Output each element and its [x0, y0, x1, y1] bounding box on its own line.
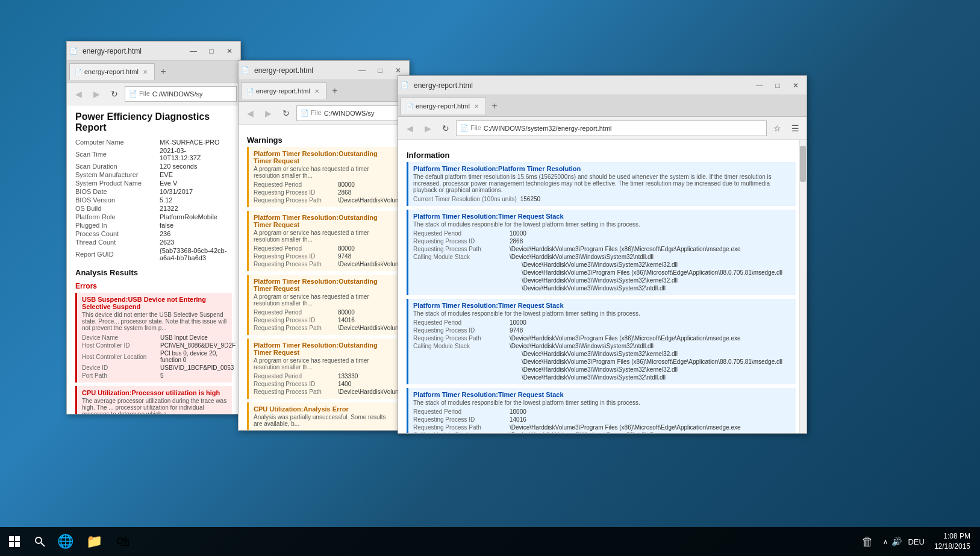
info-item-3-4: Platform Timer Resolution:Timer Request … — [407, 388, 796, 433]
refresh-btn-2[interactable]: ↻ — [278, 105, 294, 121]
minimize-btn-1[interactable]: — — [185, 43, 202, 60]
edge-taskbar-icon[interactable]: 🌐 — [51, 527, 80, 556]
forward-btn-1[interactable]: ▶ — [89, 86, 104, 102]
tab-2[interactable]: 📄 energy-report.html ✕ — [241, 83, 326, 99]
report-wrapper-3: Information Platform Timer Resolution:Pl… — [398, 140, 807, 433]
minimize-btn-2[interactable]: — — [354, 62, 370, 79]
info-item-3-3: Platform Timer Resolution:Timer Request … — [407, 299, 796, 384]
titlebar-3: 📄 energy-report.html — □ ✕ — [398, 76, 807, 95]
tab-bar-3: 📄 energy-report.html ✕ + — [398, 95, 807, 117]
volume-icon[interactable]: 🔊 — [891, 537, 902, 546]
refresh-btn-3[interactable]: ↻ — [438, 120, 454, 136]
svg-rect-0 — [9, 536, 14, 541]
errors-header: Errors — [75, 282, 232, 290]
tab-bar-1: 📄 energy-report.html ✕ + — [67, 61, 240, 83]
file-icon-3: 📄 File — [460, 124, 481, 132]
explorer-taskbar-icon[interactable]: 📁 — [80, 527, 108, 556]
window1-title: energy-report.html — [80, 47, 185, 55]
warning-item-5: CPU Utilization:Analysis Error Analysis … — [247, 402, 401, 430]
report1-title: Power Efficiency Diagnostics Report — [75, 111, 232, 133]
hub-btn-3[interactable]: ☰ — [787, 120, 803, 136]
file-icon-1: 📄 File — [129, 90, 150, 98]
systray: ∧ 🔊 DEU — [878, 537, 929, 546]
tab-close-2[interactable]: ✕ — [313, 87, 321, 95]
window2-title: energy-report.html — [252, 66, 354, 75]
tab-1[interactable]: 📄 energy-report.html ✕ — [69, 63, 155, 80]
warning-item-4: Platform Timer Resolution:Outstanding Ti… — [247, 339, 401, 399]
taskbar: 🌐 📁 🛍 🗑 ∧ 🔊 DEU 1:08 PM 12/18/2015 — [0, 527, 980, 556]
scrollbar-thumb-3[interactable] — [800, 146, 806, 182]
window2-content: Warnings Platform Timer Resolution:Outst… — [239, 125, 409, 430]
browser-window-1: 📄 energy-report.html — □ ✕ 📄 energy-repo… — [66, 41, 241, 414]
desktop: 📄 energy-report.html — □ ✕ 📄 energy-repo… — [0, 0, 980, 556]
svg-rect-3 — [15, 542, 20, 547]
back-btn-1[interactable]: ◀ — [70, 86, 86, 102]
maximize-btn-1[interactable]: □ — [203, 43, 220, 60]
file-icon-2: 📄 File — [301, 109, 322, 117]
new-tab-btn-2[interactable]: + — [326, 83, 343, 99]
address-input-3[interactable]: 📄 File C:/WINDOWS/system32/energy-report… — [456, 120, 767, 136]
favorites-btn-3[interactable]: ☆ — [769, 120, 785, 136]
report-2: Warnings Platform Timer Resolution:Outst… — [239, 125, 409, 430]
maximize-btn-2[interactable]: □ — [372, 62, 389, 79]
window3-title: energy-report.html — [411, 81, 751, 90]
clock-date: 12/18/2015 — [934, 542, 970, 552]
analysis-header: Analysis Results — [75, 268, 232, 277]
svg-rect-1 — [15, 536, 20, 541]
new-tab-btn-3[interactable]: + — [486, 98, 503, 114]
address-bar-1: ◀ ▶ ↻ 📄 File C:/WINDOWS/sy — [67, 83, 240, 105]
close-btn-3[interactable]: ✕ — [787, 77, 804, 94]
window1-content: Power Efficiency Diagnostics Report Comp… — [67, 105, 240, 414]
forward-btn-3[interactable]: ▶ — [420, 120, 435, 136]
start-button[interactable] — [0, 527, 29, 556]
warnings-header: Warnings — [247, 136, 401, 145]
error-item-2: CPU Utilization:Processor utilization is… — [75, 386, 232, 414]
window3-content: Information Platform Timer Resolution:Pl… — [398, 140, 807, 433]
report1-meta: Computer NameMK-SURFACE-PRO Scan Time202… — [75, 138, 232, 262]
refresh-btn-1[interactable]: ↻ — [107, 86, 122, 102]
svg-rect-2 — [9, 542, 14, 547]
svg-line-5 — [41, 543, 45, 546]
maximize-btn-3[interactable]: □ — [769, 77, 786, 94]
clock[interactable]: 1:08 PM 12/18/2015 — [929, 531, 975, 552]
error-item-1: USB Suspend:USB Device not Entering Sele… — [75, 293, 232, 383]
address-bar-3: ◀ ▶ ↻ 📄 File C:/WINDOWS/system32/energy-… — [398, 117, 807, 140]
window3-controls: — □ ✕ — [751, 77, 804, 94]
clock-time: 1:08 PM — [934, 531, 970, 542]
report-1: Power Efficiency Diagnostics Report Comp… — [67, 105, 240, 414]
back-btn-3[interactable]: ◀ — [402, 120, 417, 136]
language-indicator[interactable]: DEU — [908, 537, 924, 546]
warning-item-3: Platform Timer Resolution:Outstanding Ti… — [247, 275, 401, 335]
titlebar-1: 📄 energy-report.html — □ ✕ — [67, 42, 240, 61]
report-3: Information Platform Timer Resolution:Pl… — [398, 140, 807, 433]
tab-close-1[interactable]: ✕ — [141, 68, 149, 76]
titlebar-2: 📄 energy-report.html — □ ✕ — [239, 61, 409, 80]
address-input-2[interactable]: 📄 File C:/WINDOWS/sy — [296, 105, 405, 121]
window1-controls: — □ ✕ — [185, 43, 238, 60]
info-item-3-2: Platform Timer Resolution:Timer Request … — [407, 210, 796, 295]
tab-bar-2: 📄 energy-report.html ✕ + — [239, 80, 409, 102]
info-item-3-1: Platform Timer Resolution:Platform Timer… — [407, 162, 796, 206]
browser-window-2: 📄 energy-report.html — □ ✕ 📄 energy-repo… — [238, 60, 410, 431]
tab-close-3[interactable]: ✕ — [472, 102, 481, 110]
tab-3[interactable]: 📄 energy-report.html ✕ — [401, 98, 486, 114]
new-tab-btn-1[interactable]: + — [155, 63, 172, 80]
close-btn-1[interactable]: ✕ — [221, 43, 238, 60]
address-input-1[interactable]: 📄 File C:/WINDOWS/sy — [125, 86, 237, 102]
svg-point-4 — [36, 537, 42, 543]
store-taskbar-icon[interactable]: 🛍 — [108, 527, 137, 556]
minimize-btn-3[interactable]: — — [751, 77, 768, 94]
warning-item-2: Platform Timer Resolution:Outstanding Ti… — [247, 211, 401, 271]
browser-window-3: 📄 energy-report.html — □ ✕ 📄 energy-repo… — [398, 75, 807, 434]
scrollbar-3[interactable] — [799, 140, 807, 433]
forward-btn-2[interactable]: ▶ — [260, 105, 276, 121]
recycle-bin-icon[interactable]: 🗑 — [857, 527, 878, 556]
address-bar-2: ◀ ▶ ↻ 📄 File C:/WINDOWS/sy — [239, 102, 409, 125]
taskbar-right: 🗑 ∧ 🔊 DEU 1:08 PM 12/18/2015 — [857, 527, 980, 556]
taskbar-icons: 🌐 📁 🛍 — [51, 527, 137, 556]
chevron-icon[interactable]: ∧ — [883, 538, 888, 546]
search-button[interactable] — [29, 527, 51, 556]
warning-item-1: Platform Timer Resolution:Outstanding Ti… — [247, 147, 401, 207]
info-header-3: Information — [407, 151, 796, 160]
back-btn-2[interactable]: ◀ — [242, 105, 258, 121]
